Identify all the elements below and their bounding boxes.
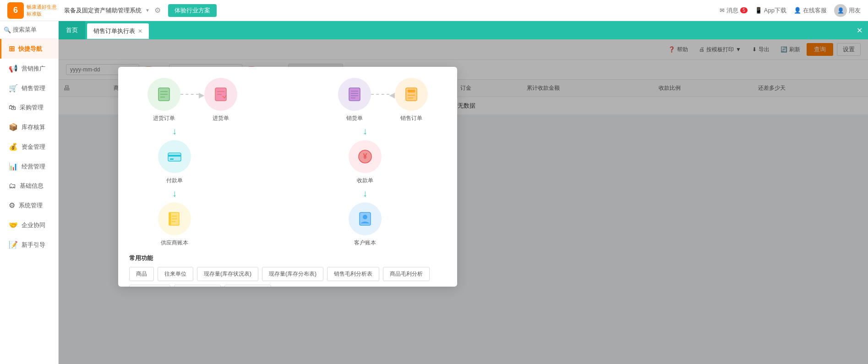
quick-nav-icon: ⊞ xyxy=(9,44,15,53)
down-arrow-sales-bill: ↓ xyxy=(363,126,367,136)
func-receipt-stats[interactable]: 收款情况统计 xyxy=(174,285,221,287)
arrow-right-icon: ▶ xyxy=(199,91,204,99)
sidebar-item-collab[interactable]: 🤝 企业协同 xyxy=(0,215,58,235)
flow-customer-ledger[interactable]: 客户账本 xyxy=(349,202,382,247)
sidebar: 🔍 搜索菜单 ⊞ 快捷导航 📢 营销推广 🛒 销售管理 🛍 采购管理 📦 xyxy=(0,21,59,364)
arrow-purchase-to-bill xyxy=(180,94,199,95)
down-arrow-payment: ↓ xyxy=(172,188,177,199)
svg-rect-9 xyxy=(170,158,174,160)
func-row-2: 销售排行榜 收款情况统计 付款情况统计 xyxy=(129,285,446,287)
flow-receipt-bill[interactable]: ¥ 收款单 xyxy=(349,140,382,185)
tab-bar-close-icon[interactable]: ✕ xyxy=(851,26,868,35)
collab-icon: 🤝 xyxy=(9,221,18,229)
flow-supplier-ledger[interactable]: 供应商账本 xyxy=(158,202,191,247)
purchase-icon: 🛍 xyxy=(9,103,16,112)
sidebar-item-guide[interactable]: 📝 新手引导 xyxy=(0,235,58,255)
sidebar-item-quick-nav[interactable]: ⊞ 快捷导航 xyxy=(0,39,58,59)
biz-icon: 📊 xyxy=(9,162,18,171)
content-area: 首页 销售订单执行表 ✕ ✕ ❓ 帮助 � xyxy=(59,21,868,364)
sidebar-item-sys[interactable]: ⚙ 系统管理 xyxy=(0,196,58,215)
stock-icon: 📦 xyxy=(9,123,18,131)
func-payment-stats[interactable]: 付款情况统计 xyxy=(224,285,271,287)
down-arrow-purchase: ↓ xyxy=(172,126,177,136)
tab-bar: 首页 销售订单执行表 ✕ ✕ xyxy=(59,21,868,39)
receipt-bill-label: 收款单 xyxy=(357,177,373,185)
supplier-ledger-icon xyxy=(158,202,191,235)
customer-ledger-icon xyxy=(349,202,382,235)
func-sales-rank[interactable]: 销售排行榜 xyxy=(129,285,170,287)
guide-icon: 📝 xyxy=(9,240,18,249)
message-badge: 5 xyxy=(740,7,748,13)
func-stock-dist[interactable]: 现存量(库存分布表) xyxy=(262,267,323,281)
base-icon: 🗂 xyxy=(9,182,16,190)
svg-text:¥: ¥ xyxy=(363,152,367,160)
func-sales-profit[interactable]: 销售毛利分析表 xyxy=(327,267,379,281)
flow-purchase-bill[interactable]: 进货单 xyxy=(204,78,237,122)
common-functions-title: 常用功能 xyxy=(129,254,446,262)
sidebar-item-sales[interactable]: 🛒 销售管理 xyxy=(0,78,58,98)
svg-rect-21 xyxy=(408,90,415,92)
svg-rect-8 xyxy=(168,155,181,157)
arrow-sales-dashed xyxy=(371,94,389,95)
payment-bill-icon xyxy=(158,140,191,173)
purchase-bill-label: 进货单 xyxy=(213,114,229,122)
down-arrow-receipt: ↓ xyxy=(363,188,367,199)
tab-sales-order[interactable]: 销售订单执行表 ✕ xyxy=(87,23,149,39)
svg-rect-11 xyxy=(169,212,171,225)
purchase-bill-icon xyxy=(204,78,237,111)
modal-overlay[interactable]: 进货订单 ▶ 进货单 xyxy=(59,39,868,364)
flow-sales-order[interactable]: 销售订单 xyxy=(395,78,428,122)
func-product-profit[interactable]: 商品毛利分析 xyxy=(383,267,430,281)
sales-order-label: 销售订单 xyxy=(400,114,422,122)
sidebar-item-base[interactable]: 🗂 基础信息 xyxy=(0,176,58,196)
app-container: 6 畅康通好生意 标准版 装备及固定资产辅助管理系统 ▼ ⚙ 体验行业方案 ✉ … xyxy=(0,0,868,364)
common-functions: 常用功能 商品 往来单位 现存量(库存状况表) 现存量(库存分布表) 销售毛利分… xyxy=(129,254,446,287)
sidebar-item-stock[interactable]: 📦 库存核算 xyxy=(0,117,58,137)
supplier-ledger-label: 供应商账本 xyxy=(161,239,188,247)
main-area: 🔍 搜索菜单 ⊞ 快捷导航 📢 营销推广 🛒 销售管理 🛍 采购管理 📦 xyxy=(0,21,868,364)
message-button[interactable]: ✉ 消息 5 xyxy=(720,6,748,15)
func-stock-status[interactable]: 现存量(库存状况表) xyxy=(197,267,258,281)
app-download-button[interactable]: 📱 App下载 xyxy=(755,6,786,15)
sidebar-search[interactable]: 🔍 搜索菜单 xyxy=(0,21,58,39)
tab-close-icon[interactable]: ✕ xyxy=(138,28,142,34)
system-info: 装备及固定资产辅助管理系统 ▼ xyxy=(64,6,150,15)
logo-icon: 6 xyxy=(7,2,24,19)
tab-home[interactable]: 首页 xyxy=(59,21,85,39)
customer-ledger-label: 客户账本 xyxy=(354,239,376,247)
trial-button[interactable]: 体验行业方案 xyxy=(168,4,217,17)
sidebar-item-biz[interactable]: 📊 经营管理 xyxy=(0,157,58,176)
receipt-bill-icon: ¥ xyxy=(349,140,382,173)
user-menu[interactable]: 👤 用友 xyxy=(834,4,861,17)
page-content: ❓ 帮助 🖨 按模板打印 ▼ ⬇ 导出 🔄 xyxy=(59,39,868,364)
flow-sales-bill[interactable]: 销货单 xyxy=(338,78,371,122)
sys-icon: ⚙ xyxy=(9,201,15,210)
func-product[interactable]: 商品 xyxy=(129,267,154,281)
flow-purchase-order[interactable]: 进货订单 xyxy=(147,78,180,122)
func-partner[interactable]: 往来单位 xyxy=(158,267,193,281)
sales-bill-label: 销货单 xyxy=(346,114,363,122)
online-service-button[interactable]: 👤 在线客服 xyxy=(794,6,827,15)
settings-icon[interactable]: ⚙ xyxy=(154,6,161,15)
sales-icon: 🛒 xyxy=(9,84,18,92)
svg-rect-7 xyxy=(168,153,181,161)
sidebar-item-finance[interactable]: 💰 资金管理 xyxy=(0,137,58,157)
purchase-order-label: 进货订单 xyxy=(153,114,175,122)
top-bar: 6 畅康通好生意 标准版 装备及固定资产辅助管理系统 ▼ ⚙ 体验行业方案 ✉ … xyxy=(0,0,868,21)
sidebar-item-purchase[interactable]: 🛍 采购管理 xyxy=(0,98,58,117)
purchase-order-icon xyxy=(147,78,180,111)
system-name: 装备及固定资产辅助管理系统 xyxy=(64,6,142,15)
sidebar-item-marketing[interactable]: 📢 营销推广 xyxy=(0,59,58,78)
flow-payment-bill[interactable]: 付款单 xyxy=(158,140,191,185)
sales-bill-icon xyxy=(338,78,371,111)
sales-order-icon xyxy=(395,78,428,111)
func-row-1: 商品 往来单位 现存量(库存状况表) 现存量(库存分布表) 销售毛利分析表 商品… xyxy=(129,267,446,281)
finance-icon: 💰 xyxy=(9,142,18,151)
svg-rect-15 xyxy=(349,88,360,101)
payment-bill-label: 付款单 xyxy=(166,177,183,185)
system-arrow[interactable]: ▼ xyxy=(145,8,150,13)
arrow-left-icon: ▶ xyxy=(389,91,395,99)
top-bar-right: ✉ 消息 5 📱 App下载 👤 在线客服 👤 用友 xyxy=(720,4,861,17)
logo-text: 畅康通好生意 标准版 xyxy=(27,4,57,17)
modal-box: 进货订单 ▶ 进货单 xyxy=(118,67,457,287)
